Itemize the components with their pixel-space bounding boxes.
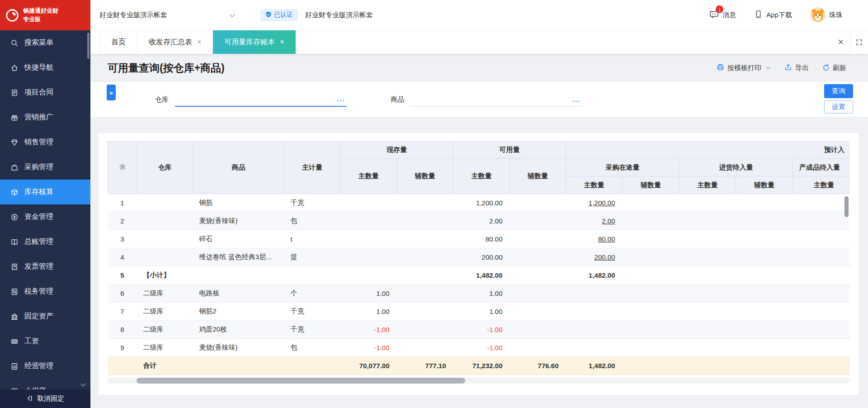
- tab-label: 可用量库存账本: [224, 38, 275, 47]
- title-row: 可用量查询(按仓库+商品) 按模板打印: [90, 54, 868, 82]
- app-root: 畅捷通好业财 专业版 搜索菜单快捷导航项目合同营销推广销售管理采购管理库存核算资…: [0, 0, 868, 408]
- filter-bar: » 仓库 ··· 商品 ···: [90, 82, 868, 117]
- tab-close-icon[interactable]: ×: [197, 38, 201, 46]
- tab-label: 首页: [111, 38, 126, 47]
- transit-qty-link[interactable]: 2.00: [566, 212, 623, 230]
- logo-icon: [5, 9, 19, 22]
- promo-icon: [10, 114, 19, 122]
- collapse-filters-button[interactable]: »: [107, 85, 116, 100]
- phone-icon: [754, 10, 763, 20]
- user-menu[interactable]: 珠珠: [810, 7, 843, 23]
- tab-stock-summary[interactable]: 收发存汇总表×: [137, 30, 213, 54]
- unpin-button[interactable]: 取消固定: [0, 389, 90, 408]
- group-header-onhand: 现存量: [340, 142, 453, 159]
- group-header-available: 可用量: [453, 142, 566, 159]
- product-picker-icon[interactable]: ···: [572, 97, 580, 105]
- printer-icon: [717, 63, 724, 72]
- tab-close-icon[interactable]: ×: [280, 38, 284, 46]
- unpin-label: 取消固定: [37, 394, 64, 403]
- sidebar-item-label: 营销推广: [24, 113, 53, 122]
- col-header-aux-qty: 辅数量: [736, 176, 793, 194]
- inventory-icon: [10, 188, 19, 196]
- sidebar-item-marketing[interactable]: 营销推广: [0, 105, 90, 130]
- warehouse-picker-icon[interactable]: ···: [337, 97, 345, 104]
- warehouse-input[interactable]: ···: [175, 92, 347, 107]
- table-row: 7二级库钢筋2千克1.001.00: [108, 303, 850, 321]
- logo-title: 畅捷通好业财: [23, 7, 58, 15]
- table-row: 1钢筋千克1,200.001,200.00: [108, 194, 850, 212]
- sidebar-item-label: 总账管理: [24, 237, 53, 247]
- settings-button[interactable]: 设置: [824, 100, 853, 114]
- sidebar-item-purchase[interactable]: 采购管理: [0, 155, 90, 180]
- account-set-value: 好业财专业版演示帐套: [99, 11, 167, 19]
- sidebar-item-sales[interactable]: 销售管理: [0, 130, 90, 155]
- print-template-button[interactable]: 按模板打印: [717, 63, 771, 72]
- table-header: 仓库 商品 主计量 现存量 可用量 预计入 主数量 辅数量 主数量: [108, 142, 850, 194]
- sidebar-item-label: 库存核算: [24, 187, 53, 197]
- product-input[interactable]: ···: [410, 92, 582, 107]
- product-input-field[interactable]: [410, 92, 582, 106]
- tab-available-qty-ledger[interactable]: 可用量库存账本×: [213, 30, 295, 54]
- verified-badge: 已认证: [260, 9, 298, 21]
- sidebar-scrollbar-thumb[interactable]: [87, 33, 90, 59]
- vertical-scrollbar-thumb[interactable]: [844, 196, 849, 217]
- sidebar-item-tax[interactable]: 税务管理: [0, 279, 90, 304]
- close-icon[interactable]: ×: [832, 36, 850, 48]
- column-settings-button[interactable]: [108, 142, 137, 194]
- search-icon: [10, 39, 19, 47]
- tab-home[interactable]: 首页: [99, 30, 137, 54]
- chevron-down-icon[interactable]: [766, 66, 771, 70]
- sidebar-item-label: 经营管理: [24, 361, 53, 371]
- fullscreen-icon[interactable]: [850, 30, 868, 54]
- logo-subtitle: 专业版: [23, 15, 58, 24]
- sidebar-item-label: 项目合同: [24, 88, 53, 97]
- refresh-button[interactable]: 刷新: [822, 64, 846, 72]
- chevron-down-icon: [229, 11, 235, 19]
- group-header-expected-in: 预计入: [566, 142, 850, 159]
- sidebar: 畅捷通好业财 专业版 搜索菜单快捷导航项目合同营销推广销售管理采购管理库存核算资…: [0, 0, 90, 408]
- contract-icon: [10, 89, 19, 97]
- warehouse-input-field[interactable]: [175, 92, 347, 106]
- messages-button[interactable]: 1 消息: [709, 9, 736, 20]
- sidebar-item-payroll[interactable]: 工资: [0, 329, 90, 354]
- sidebar-item-label: 发票管理: [24, 262, 53, 271]
- table-row: 3碎石t80.0080.00: [108, 230, 850, 248]
- sidebar-item-quick-nav[interactable]: 快捷导航: [0, 55, 90, 80]
- sidebar-item-project-contract[interactable]: 项目合同: [0, 80, 90, 105]
- table-row: 9二级库麦烧(香辣味)包-1.00-1.00: [108, 339, 850, 357]
- account-name: 好业财专业版演示帐套: [305, 11, 373, 19]
- transit-qty-link[interactable]: 200.00: [566, 248, 623, 266]
- warehouse-label: 仓库: [155, 95, 169, 107]
- table-total-row: 合计70,077.00777.1071,232.00776.601,482.00: [108, 357, 850, 375]
- sidebar-item-general-ledger[interactable]: 总账管理: [0, 229, 90, 254]
- purchase-icon: [10, 163, 19, 171]
- query-button[interactable]: 查询: [824, 84, 853, 98]
- account-set-dropdown[interactable]: 好业财专业版演示帐套: [99, 11, 235, 19]
- product-field: 商品 ···: [391, 92, 582, 107]
- shield-check-icon: [265, 11, 272, 19]
- sidebar-item-operations[interactable]: 经营管理: [0, 354, 90, 379]
- sidebar-item-fixed-assets[interactable]: 固定资产: [0, 304, 90, 329]
- refresh-label: 刷新: [833, 64, 846, 72]
- sidebar-item-invoice[interactable]: 发票管理: [0, 254, 90, 279]
- app-download-button[interactable]: App下载: [754, 10, 792, 20]
- horizontal-scrollbar-thumb[interactable]: [137, 378, 465, 384]
- horizontal-scrollbar[interactable]: [108, 378, 850, 384]
- salary-icon: [10, 337, 19, 346]
- sidebar-item-funds[interactable]: 资金管理: [0, 204, 90, 229]
- group-header-finished-pending: 产成品待入量: [793, 159, 850, 176]
- tabbar: 首页收发存汇总表×可用量库存账本× ×: [90, 30, 868, 54]
- tabs: 首页收发存汇总表×可用量库存账本×: [90, 30, 296, 54]
- topbar: 好业财专业版演示帐套 已认证 好业财专业版演示帐套: [90, 0, 868, 30]
- sidebar-item-label: 工资: [24, 337, 39, 346]
- sidebar-item-search-menu[interactable]: 搜索菜单: [0, 30, 90, 55]
- sidebar-item-label: 固定资产: [24, 312, 53, 321]
- avatar: [810, 7, 826, 23]
- transit-qty-link[interactable]: 80.00: [566, 230, 623, 248]
- sidebar-item-mini-program[interactable]: 小程序: [0, 379, 90, 389]
- sidebar-item-inventory[interactable]: 库存核算: [0, 180, 90, 204]
- sidebar-item-label: 税务管理: [24, 287, 53, 296]
- transit-qty-link[interactable]: 1,200.00: [566, 194, 623, 212]
- sidebar-more-chevron-icon[interactable]: [80, 381, 87, 385]
- export-button[interactable]: 导出: [784, 63, 809, 72]
